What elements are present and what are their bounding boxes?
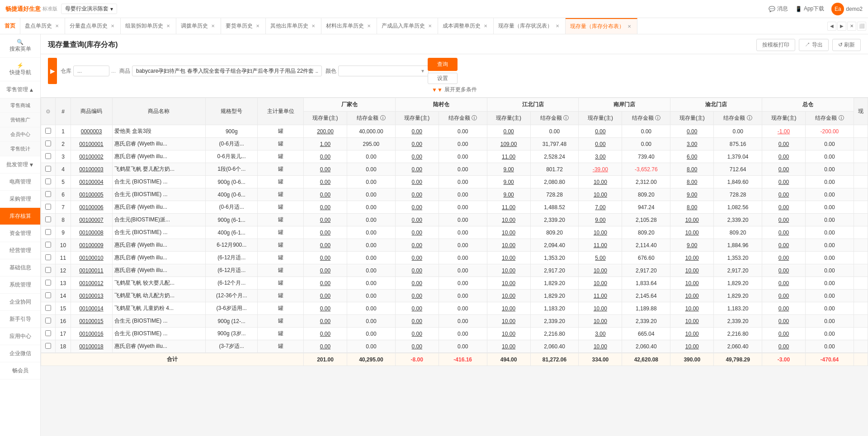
settings-btn[interactable]: 设置 [428, 73, 458, 84]
cell-checkbox[interactable] [41, 340, 56, 353]
tab-stock-status[interactable]: 现存量（库存状况表） ✕ [494, 18, 566, 34]
color-input[interactable] [338, 66, 429, 76]
tab-close[interactable]: ✕ [554, 23, 561, 29]
sidebar-item-retail-shop[interactable]: 零售商城 [0, 98, 40, 113]
tab-inventory-check[interactable]: 盘点单历史 ✕ [20, 18, 65, 34]
export-btn[interactable]: ↗ 导出 [799, 39, 828, 51]
print-btn[interactable]: 按模板打印 [756, 39, 795, 51]
sidebar-item-search[interactable]: 🔍 搜索英单 [0, 34, 40, 58]
tab-order[interactable]: 要货单历史 ✕ [221, 18, 266, 34]
cell-checkbox[interactable] [41, 239, 56, 252]
tab-stock-dist[interactable]: 现存量（库存分布表） ✕ [566, 18, 637, 34]
row-checkbox[interactable] [45, 166, 51, 172]
th-settings[interactable]: ⚙ [41, 98, 56, 125]
sidebar-item-enterprise[interactable]: 企业协同 [0, 294, 40, 311]
refresh-btn[interactable]: ↺ 刷新 [832, 39, 861, 51]
sidebar-item-finance[interactable]: 资金管理 [0, 225, 40, 242]
cell-factory-qty: 0.00 [303, 315, 347, 328]
cell-checkbox[interactable] [41, 188, 56, 201]
sidebar-item-member[interactable]: 会员中心 [0, 127, 40, 142]
tab-other-out[interactable]: 其他出库单历史 ✕ [266, 18, 321, 34]
tab-product-in[interactable]: 产成品入库单历史 ✕ [377, 18, 438, 34]
store-selector[interactable]: 母婴行业演示陈套 ▾ [61, 4, 117, 14]
sidebar-item-quick[interactable]: ⚡ 快捷导航 [0, 58, 40, 81]
cell-checkbox[interactable] [41, 302, 56, 315]
tab-home[interactable]: 首页 [0, 18, 20, 34]
tab-close[interactable]: ✕ [165, 23, 171, 29]
warehouse-input[interactable] [73, 66, 109, 76]
sidebar-item-appcenter[interactable]: 应用中心 [0, 328, 40, 345]
cell-checkbox[interactable] [41, 328, 56, 340]
sidebar-item-guide[interactable]: 新手引导 [0, 311, 40, 328]
filter-expand-left-btn[interactable]: ▶ [48, 58, 57, 84]
row-checkbox[interactable] [45, 267, 51, 273]
sidebar-item-retail[interactable]: 零售管理 ▲ [0, 81, 40, 98]
tab-next-btn[interactable]: ▶ [837, 22, 846, 31]
tab-close[interactable]: ✕ [366, 23, 372, 29]
tab-close[interactable]: ✕ [210, 23, 216, 29]
sidebar-item-operation[interactable]: 经营管理 [0, 242, 40, 259]
cell-checkbox[interactable] [41, 138, 56, 150]
cell-checkbox[interactable] [41, 252, 56, 264]
tab-close[interactable]: ✕ [482, 23, 489, 29]
tab-close[interactable]: ✕ [255, 23, 261, 29]
row-checkbox[interactable] [45, 216, 51, 222]
row-checkbox[interactable] [45, 318, 51, 323]
row-checkbox[interactable] [45, 254, 51, 260]
row-checkbox[interactable] [45, 204, 51, 210]
cell-nanan-qty: 10.00 [579, 264, 622, 277]
query-btn[interactable]: 查询 [428, 58, 458, 71]
sidebar-item-basic[interactable]: 基础信息 [0, 259, 40, 277]
row-checkbox[interactable] [45, 153, 51, 159]
cell-checkbox[interactable] [41, 315, 56, 328]
row-checkbox[interactable] [45, 280, 51, 286]
sidebar-item-wechat[interactable]: 企业微信 [0, 345, 40, 362]
user-area[interactable]: Ea demo2 [831, 3, 863, 15]
cell-checkbox[interactable] [41, 277, 56, 290]
sidebar-item-wholesale[interactable]: 批发管理 ▼ [0, 156, 40, 173]
sidebar-item-ecommerce[interactable]: 电商管理 [0, 173, 40, 191]
cell-checkbox[interactable] [41, 176, 56, 188]
sidebar-item-retail-stat[interactable]: 零售统计 [0, 142, 40, 156]
expand-more-btn[interactable]: ▼▼ 展开更多条件 [48, 86, 861, 94]
row-checkbox[interactable] [45, 191, 51, 197]
message-btn[interactable]: 💬 消息 [769, 5, 788, 13]
tab-prev-btn[interactable]: ◀ [827, 22, 836, 31]
sidebar-item-system[interactable]: 系统管理 [0, 277, 40, 294]
app-download-btn[interactable]: 📱 App下载 [795, 5, 824, 13]
cell-checkbox[interactable] [41, 214, 56, 226]
tab-close[interactable]: ✕ [54, 23, 60, 29]
row-checkbox[interactable] [45, 229, 51, 235]
tab-close-all-btn[interactable]: ✕ [847, 22, 856, 31]
row-checkbox[interactable] [45, 330, 51, 336]
tab-portion-check[interactable]: 分量盘点单历史 ✕ [65, 18, 121, 34]
row-checkbox[interactable] [45, 178, 51, 184]
cell-checkbox[interactable] [41, 163, 56, 176]
row-checkbox[interactable] [45, 242, 51, 248]
row-checkbox[interactable] [45, 292, 51, 298]
row-checkbox[interactable] [45, 128, 51, 134]
tab-material-out[interactable]: 材料出库单历史 ✕ [321, 18, 377, 34]
row-checkbox[interactable] [45, 343, 51, 349]
cell-checkbox[interactable] [41, 264, 56, 277]
sidebar-item-inventory[interactable]: 库存核算 [0, 208, 40, 225]
cell-checkbox[interactable] [41, 226, 56, 239]
tab-assemble[interactable]: 组装拆卸单历史 ✕ [121, 18, 176, 34]
tab-close[interactable]: ✕ [427, 23, 433, 29]
row-checkbox[interactable] [45, 305, 51, 311]
tab-close[interactable]: ✕ [626, 23, 632, 30]
tab-transfer[interactable]: 调拨单历史 ✕ [176, 18, 221, 34]
sidebar-item-member2[interactable]: 畅会员 [0, 362, 40, 380]
goods-input[interactable] [132, 66, 322, 76]
sidebar-item-purchase[interactable]: 采购管理 [0, 191, 40, 208]
cell-checkbox[interactable] [41, 290, 56, 302]
tab-cost-adjust[interactable]: 成本调整单历史 ✕ [438, 18, 494, 34]
tab-expand-btn[interactable]: ⬜ [857, 22, 866, 31]
cell-checkbox[interactable] [41, 150, 56, 163]
tab-close[interactable]: ✕ [310, 23, 316, 29]
cell-checkbox[interactable] [41, 201, 56, 214]
row-checkbox[interactable] [45, 141, 51, 146]
cell-checkbox[interactable] [41, 125, 56, 138]
sidebar-item-marketing[interactable]: 营销推广 [0, 113, 40, 127]
tab-close[interactable]: ✕ [109, 23, 116, 29]
